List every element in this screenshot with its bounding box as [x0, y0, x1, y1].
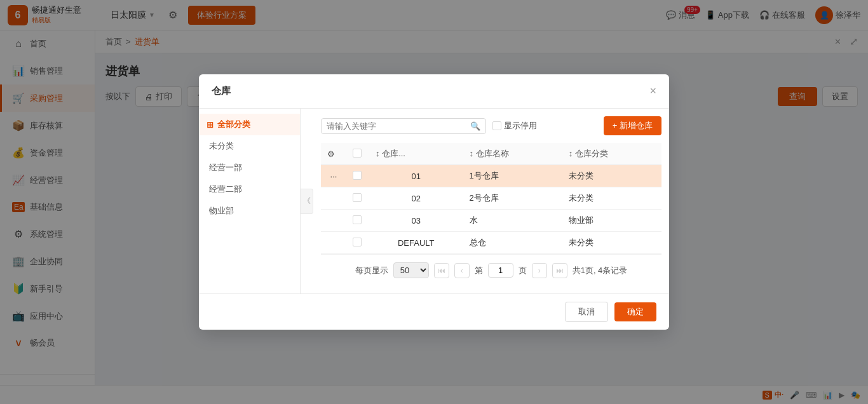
row-name-4: 总仓 [463, 232, 562, 254]
row-cb-3[interactable] [346, 210, 369, 232]
warehouse-modal: 仓库 × ⊞ 全部分类 未分类 经营一部 经营二部 物业部 《 [199, 74, 669, 330]
modal-body: ⊞ 全部分类 未分类 经营一部 经营二部 物业部 《 🔍 [199, 109, 669, 293]
modal-footer: 取消 确定 [199, 293, 669, 330]
show-disabled-cb[interactable] [492, 121, 501, 130]
sort-icon-cat: ↕ [569, 149, 573, 158]
prev-page-button[interactable]: ‹ [454, 263, 470, 278]
row-cat-2: 未分类 [562, 187, 661, 210]
page-summary: 共1页, 4条记录 [573, 265, 628, 276]
warehouse-table: ⚙ ↕ 仓库... ↕ 仓库名称 [321, 143, 661, 254]
next-page-button[interactable]: › [532, 263, 547, 278]
row-gear-3 [321, 210, 346, 232]
modal-overlay: 仓库 × ⊞ 全部分类 未分类 经营一部 经营二部 物业部 《 [0, 0, 868, 404]
search-input[interactable] [327, 121, 470, 131]
page-suffix: 页 [519, 265, 527, 276]
row-num-3: 03 [369, 210, 463, 232]
row-cat-4: 未分类 [562, 232, 661, 254]
modal-close-button[interactable]: × [649, 84, 656, 98]
table-row[interactable]: DEFAULT 总仓 未分类 [321, 232, 661, 254]
category-item-ops1[interactable]: 经营一部 [199, 157, 300, 178]
row-cb-2[interactable] [346, 187, 369, 210]
per-page-select[interactable]: 50 10 20 100 [393, 262, 429, 278]
gear-icon: ⚙ [327, 149, 335, 159]
row-gear-1: ··· [321, 165, 346, 187]
row-name-2: 2号仓库 [463, 187, 562, 210]
last-page-button[interactable]: ⏭ [552, 263, 567, 278]
pagination: 每页显示 50 10 20 100 ⏮ ‹ 第 页 › ⏭ 共1页, 4条记录 [321, 254, 661, 286]
page-number-input[interactable] [488, 263, 513, 278]
row-cb-1[interactable] [346, 165, 369, 187]
page-label: 第 [475, 265, 483, 276]
row-cb-4[interactable] [346, 232, 369, 254]
category-sidebar: ⊞ 全部分类 未分类 经营一部 经营二部 物业部 [199, 109, 301, 293]
row-name-1: 1号仓库 [463, 165, 562, 187]
header-code: ↕ 仓库... [369, 143, 463, 165]
category-all[interactable]: ⊞ 全部分类 [199, 114, 300, 135]
row-gear-2 [321, 187, 346, 210]
cancel-button[interactable]: 取消 [565, 302, 608, 322]
category-item-property[interactable]: 物业部 [199, 200, 300, 222]
category-item-ops2[interactable]: 经营二部 [199, 178, 300, 200]
table-row[interactable]: 02 2号仓库 未分类 [321, 187, 661, 210]
modal-title: 仓库 [212, 85, 231, 97]
header-row: ⚙ ↕ 仓库... ↕ 仓库名称 [321, 143, 661, 165]
table-area: 🔍 显示停用 + 新增仓库 ⚙ [313, 109, 669, 293]
row-name-3: 水 [463, 210, 562, 232]
row-cat-3: 物业部 [562, 210, 661, 232]
new-warehouse-button[interactable]: + 新增仓库 [604, 116, 661, 135]
row-gear-4 [321, 232, 346, 254]
sort-icon-name: ↕ [470, 149, 474, 158]
header-name: ↕ 仓库名称 [463, 143, 562, 165]
select-all-checkbox[interactable] [353, 149, 362, 158]
table-row[interactable]: 03 水 物业部 [321, 210, 661, 232]
table-header: ⚙ ↕ 仓库... ↕ 仓库名称 [321, 143, 661, 165]
show-disabled-checkbox[interactable]: 显示停用 [492, 120, 537, 131]
search-icon: 🔍 [470, 121, 480, 131]
header-category: ↕ 仓库分类 [562, 143, 661, 165]
row-num-4: DEFAULT [369, 232, 463, 254]
category-item-unclassified[interactable]: 未分类 [199, 135, 300, 157]
table-row[interactable]: ··· 01 1号仓库 未分类 [321, 165, 661, 187]
per-page-label: 每页显示 [355, 265, 388, 276]
grid-icon: ⊞ [207, 120, 214, 130]
row-cat-1: 未分类 [562, 165, 661, 187]
first-page-button[interactable]: ⏮ [434, 263, 449, 278]
header-gear: ⚙ [321, 143, 346, 165]
table-body: ··· 01 1号仓库 未分类 02 2号仓库 未分类 [321, 165, 661, 254]
search-input-wrap: 🔍 [321, 118, 486, 134]
row-num-1: 01 [369, 165, 463, 187]
table-toolbar: 🔍 显示停用 + 新增仓库 [321, 116, 661, 135]
modal-header: 仓库 × [199, 74, 669, 109]
sort-icon: ↕ [376, 149, 380, 158]
category-collapse-button[interactable]: 《 [301, 189, 313, 214]
confirm-button[interactable]: 确定 [614, 302, 656, 321]
row-num-2: 02 [369, 187, 463, 210]
header-checkbox [346, 143, 369, 165]
